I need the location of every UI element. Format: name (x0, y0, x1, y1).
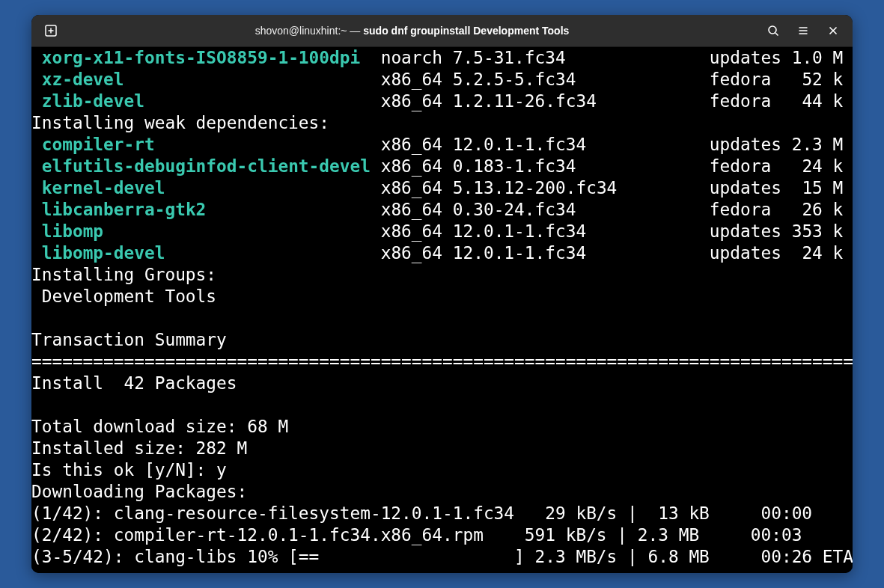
menu-button[interactable] (790, 19, 817, 43)
downloading-header: Downloading Packages: (31, 481, 853, 503)
cursor-line (31, 568, 853, 573)
hamburger-icon (797, 25, 809, 37)
close-button[interactable] (820, 19, 847, 43)
search-icon (767, 25, 779, 37)
confirm-prompt: Is this ok [y/N]: y (31, 459, 853, 481)
window-title: shovon@linuxhint:~ — sudo dnf groupinsta… (64, 25, 760, 37)
section-header: Installing Groups: (31, 264, 853, 286)
terminal-window: shovon@linuxhint:~ — sudo dnf groupinsta… (31, 15, 853, 573)
package-row: xz-devel x86_64 5.2.5-5.fc34 fedora 52 k (31, 69, 853, 91)
package-row: elfutils-debuginfod-client-devel x86_64 … (31, 156, 853, 177)
title-sep: — (347, 25, 363, 37)
package-row: libcanberra-gtk2 x86_64 0.30-24.fc34 fed… (31, 199, 853, 221)
total-download: Total download size: 68 M (31, 416, 853, 438)
blank-line (31, 307, 853, 329)
installed-size: Installed size: 282 M (31, 438, 853, 459)
package-row: compiler-rt x86_64 12.0.1-1.fc34 updates… (31, 134, 853, 156)
separator: ========================================… (31, 351, 853, 373)
svg-point-3 (769, 26, 776, 34)
title-host: shovon@linuxhint:~ (255, 25, 347, 37)
package-row: libomp x86_64 12.0.1-1.fc34 updates 353 … (31, 221, 853, 242)
new-tab-icon (44, 24, 58, 37)
tx-summary: Transaction Summary (31, 329, 853, 351)
group-name: Development Tools (31, 286, 853, 307)
svg-line-4 (775, 33, 778, 36)
download-line: (1/42): clang-resource-filesystem-12.0.1… (31, 503, 853, 524)
install-count: Install 42 Packages (31, 373, 853, 394)
new-tab-button[interactable] (37, 19, 64, 43)
download-line: (2/42): compiler-rt-12.0.1-1.fc34.x86_64… (31, 524, 853, 546)
title-command: sudo dnf groupinstall Development Tools (363, 25, 569, 37)
package-row: xorg-x11-fonts-ISO8859-1-100dpi noarch 7… (31, 47, 853, 69)
titlebar-actions (760, 19, 847, 43)
search-button[interactable] (760, 19, 787, 43)
package-row: kernel-devel x86_64 5.13.12-200.fc34 upd… (31, 177, 853, 199)
blank-line (31, 394, 853, 416)
section-header: Installing weak dependencies: (31, 112, 853, 134)
close-icon (828, 25, 838, 36)
download-line: (3-5/42): clang-libs 10% [== ] 2.3 MB/s … (31, 546, 853, 568)
package-row: libomp-devel x86_64 12.0.1-1.fc34 update… (31, 242, 853, 264)
package-row: zlib-devel x86_64 1.2.11-26.fc34 fedora … (31, 91, 853, 112)
titlebar: shovon@linuxhint:~ — sudo dnf groupinsta… (31, 15, 853, 47)
terminal-content[interactable]: xorg-x11-fonts-ISO8859-1-100dpi noarch 7… (31, 47, 853, 573)
